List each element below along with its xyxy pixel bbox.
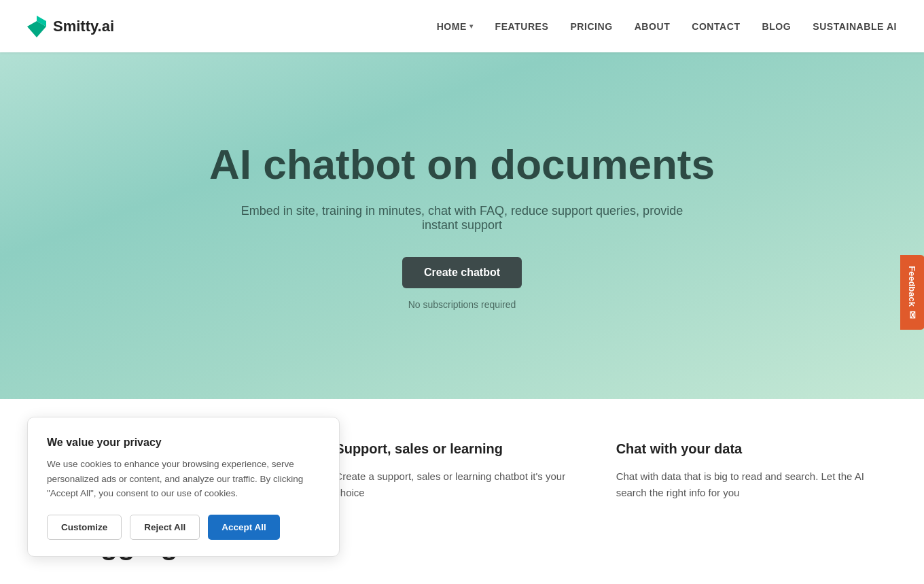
navbar: Smitty.ai HOME ▾ FEATURES PRICING ABOUT … xyxy=(0,0,924,52)
nav-item-home[interactable]: HOME ▾ xyxy=(437,21,474,32)
nav-item-blog[interactable]: BLOG xyxy=(762,20,792,33)
feedback-icon: ✉ xyxy=(907,310,918,318)
nav-link-contact[interactable]: CONTACT xyxy=(692,21,740,32)
hero-title: AI chatbot on documents xyxy=(209,141,715,188)
chevron-down-icon: ▾ xyxy=(469,22,474,30)
feature-desc-1: Create a support, sales or learning chat… xyxy=(335,468,588,501)
nav-link-blog[interactable]: BLOG xyxy=(762,21,792,32)
cookie-buttons: Customize Reject All Accept All xyxy=(47,515,320,540)
nav-link-about[interactable]: ABOUT xyxy=(635,21,671,32)
feature-card-1: Support, sales or learning Create a supp… xyxy=(335,440,588,501)
hero-subtitle: Embed in site, training in minutes, chat… xyxy=(224,204,700,233)
feature-title-1: Support, sales or learning xyxy=(335,440,588,458)
nav-link-home[interactable]: HOME ▾ xyxy=(437,21,474,32)
feature-card-2: Chat with your data Chat with data that … xyxy=(616,440,870,501)
nav-item-contact[interactable]: CONTACT xyxy=(692,20,740,33)
feature-desc-2: Chat with data that is big to read and s… xyxy=(616,468,870,501)
cookie-banner: We value your privacy We use cookies to … xyxy=(27,417,340,557)
accept-all-button[interactable]: Accept All xyxy=(208,515,280,540)
hero-note: No subscriptions required xyxy=(408,299,516,310)
brand-logo-icon xyxy=(27,16,46,37)
nav-item-pricing[interactable]: PRICING xyxy=(570,20,612,33)
nav-link-pricing[interactable]: PRICING xyxy=(570,21,612,32)
customize-button[interactable]: Customize xyxy=(47,515,122,540)
cookie-text: We use cookies to enhance your browsing … xyxy=(47,457,320,501)
hero-section: AI chatbot on documents Embed in site, t… xyxy=(0,52,924,399)
nav-links: HOME ▾ FEATURES PRICING ABOUT CONTACT BL… xyxy=(437,20,897,33)
nav-link-features[interactable]: FEATURES xyxy=(495,21,549,32)
nav-item-about[interactable]: ABOUT xyxy=(635,20,671,33)
reject-all-button[interactable]: Reject All xyxy=(130,515,200,540)
feedback-label: Feedback xyxy=(908,266,918,307)
cookie-title: We value your privacy xyxy=(47,436,320,449)
nav-link-sustainable-ai[interactable]: SUSTAINABLE AI xyxy=(813,21,897,32)
brand-name: Smitty.ai xyxy=(53,18,114,35)
nav-item-features[interactable]: FEATURES xyxy=(495,20,549,33)
feature-title-2: Chat with your data xyxy=(616,440,870,458)
nav-item-sustainable-ai[interactable]: SUSTAINABLE AI xyxy=(813,20,897,33)
create-chatbot-button[interactable]: Create chatbot xyxy=(402,257,522,288)
brand-link[interactable]: Smitty.ai xyxy=(27,16,114,37)
feedback-button[interactable]: Feedback ✉ xyxy=(900,255,924,330)
